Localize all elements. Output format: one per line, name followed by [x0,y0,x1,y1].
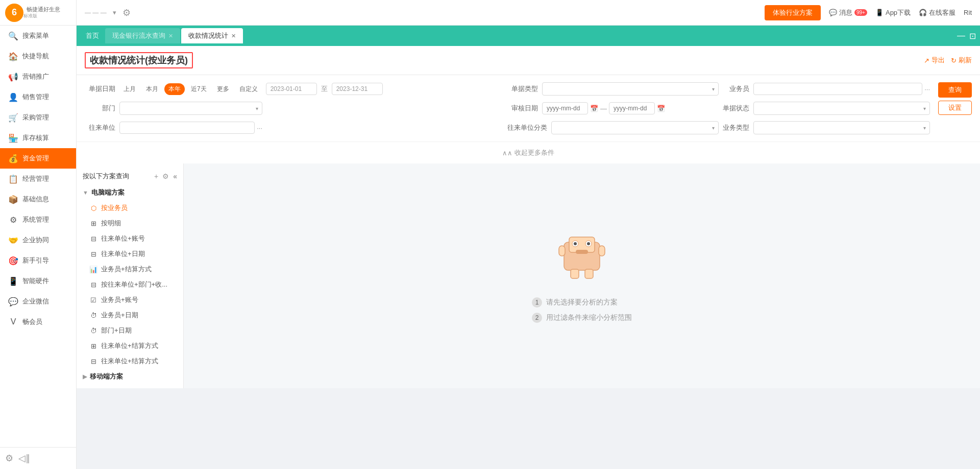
tab-receipt-stats[interactable]: 收款情况统计 ✕ [181,28,243,43]
tab-home[interactable]: 首页 [81,28,104,43]
hardware-icon: 📱 [8,276,18,286]
filter-settings-button[interactable]: 设置 [938,101,972,115]
sidebar-item-search-menu[interactable]: 🔍 搜索菜单 [0,26,76,46]
tab-receipt-stats-close[interactable]: ✕ [231,33,236,39]
tree-item-label-0-9: 往来单位+结算方式 [101,341,158,350]
sidebar-item-inventory[interactable]: 🏪 库存核算 [0,128,76,148]
sidebar-item-marketing[interactable]: 📢 营销推广 [0,66,76,87]
dept-label: 部门 [85,104,115,113]
tree-item-0-2[interactable]: ⊟往来单位+账号 [77,231,183,246]
tab-bank-flow-close[interactable]: ✕ [168,33,173,39]
export-label: 导出 [932,56,945,65]
sidebar-item-guide[interactable]: 🎯 新手引导 [0,250,76,271]
app-download-label: App下载 [886,8,911,17]
review-date-separator: — [600,105,607,112]
sidebar-item-quick-nav[interactable]: 🏠 快捷导航 [0,46,76,66]
online-service-label: 在线客服 [929,8,955,17]
left-panel: 按以下方案查询 + ⚙ « ▼ 电脑端方案 ⬡按业务员⊞按明细⊟往来单位+账号⊟… [77,163,184,388]
export-button[interactable]: ↗ 导出 [924,56,945,65]
sidebar-item-purchase[interactable]: 🛒 采购管理 [0,107,76,128]
collapse-label: 收起更多条件 [514,148,554,157]
sidebar-item-basic-info[interactable]: 📦 基础信息 [0,189,76,209]
collapse-bar: ∧∧ 收起更多条件 [77,142,980,163]
date-label: 单据日期 [85,84,115,93]
tree-item-0-8[interactable]: ⏱部门+日期 [77,323,183,338]
counterpart-category-label: 往来单位分类 [507,123,547,132]
salesperson-input[interactable] [753,83,922,95]
tree-category-arrow-1: ▶ [83,373,87,380]
messages-area[interactable]: 💬 消息 99+ [829,8,867,17]
tree-item-0-6[interactable]: ☑业务员+账号 [77,292,183,308]
business-type-select[interactable] [753,121,930,134]
review-date-from[interactable] [542,102,588,114]
tree-item-0-3[interactable]: ⊟往来单位+日期 [77,246,183,262]
tree-item-label-0-2: 往来单位+账号 [101,234,145,243]
sidebar-item-system[interactable]: ⚙ 系统管理 [0,209,76,230]
date-tab-7days[interactable]: 近7天 [187,83,211,95]
review-date-cal1[interactable]: 📅 [590,105,598,112]
tree-category-1[interactable]: ▶ 移动端方案 [77,369,183,384]
counterpart-input[interactable] [119,122,255,134]
purchase-label: 采购管理 [22,113,49,122]
review-date-cal2[interactable]: 📅 [657,105,665,112]
panel-settings-icon[interactable]: ⚙ [162,172,169,180]
export-icon: ↗ [924,57,929,64]
sidebar-item-wechat[interactable]: 💬 企业微信 [0,291,76,312]
date-tab-this-year[interactable]: 本年 [164,83,185,95]
page-content: 收款情况统计(按业务员) ↗ 导出 ↻ 刷新 [77,46,980,469]
trial-button[interactable]: 体验行业方案 [765,5,821,20]
tab-minimize-button[interactable]: — [957,31,965,40]
tree-item-0-4[interactable]: 📊业务员+结算方式 [77,262,183,277]
sidebar-item-member[interactable]: V 畅会员 [0,312,76,332]
voucher-type-select[interactable] [542,82,719,96]
date-from-input[interactable] [266,83,317,95]
app-download-area[interactable]: 📱 App下载 [875,8,911,17]
salesperson-label: 业务员 [719,84,749,93]
sidebar-item-enterprise[interactable]: 🤝 企业协同 [0,230,76,250]
sidebar-item-sales[interactable]: 👤 销售管理 [0,87,76,107]
tab-maximize-button[interactable]: ⊡ [969,31,976,41]
tree-item-0-1[interactable]: ⊞按明细 [77,216,183,231]
empty-state-area: 1 请先选择要分析的方案 2 用过滤条件来缩小分析范围 [184,163,980,388]
empty-step-1: 1 请先选择要分析的方案 [532,297,632,308]
tab-bank-flow[interactable]: 现金银行流水查询 ✕ [105,28,180,43]
panel-add-icon[interactable]: + [154,172,158,180]
review-date-to[interactable] [609,102,655,114]
date-tab-custom[interactable]: 自定义 [235,83,262,95]
collapse-button[interactable]: ∧∧ 收起更多条件 [502,148,554,157]
counterpart-category-select[interactable] [551,121,719,134]
sidebar-item-hardware[interactable]: 📱 智能硬件 [0,271,76,291]
tree-item-0-5[interactable]: ⊟按往来单位+部门+收... [77,277,183,292]
counterpart-more-icon[interactable]: ··· [257,124,262,132]
date-tab-last-month[interactable]: 上月 [119,83,140,95]
tree-category-0[interactable]: ▼ 电脑端方案 [77,185,183,200]
tree-item-0-9[interactable]: ⊞往来单位+结算方式 [77,338,183,354]
filter-row-2: 部门 ▾ 审核日期 [85,102,930,115]
refresh-button[interactable]: ↻ 刷新 [951,56,972,65]
settings-icon[interactable]: ⚙ [122,7,131,18]
sidebar-item-funds[interactable]: 💰 资金管理 [0,148,76,169]
logo-text-area: 畅捷通好生意 标准版 [23,6,60,19]
date-tab-this-month[interactable]: 本月 [142,83,162,95]
settings-bottom-icon[interactable]: ⚙ [5,453,13,464]
voucher-status-select[interactable] [753,102,930,115]
member-label: 畅会员 [22,317,42,326]
date-to-input[interactable] [332,83,383,95]
panel-collapse-icon[interactable]: « [173,172,177,180]
dept-select[interactable] [119,102,262,115]
svg-rect-8 [599,246,605,256]
collapse-sidebar-icon[interactable]: ◁∥ [18,453,30,464]
tabbar-right: — ⊡ [957,31,976,41]
breadcrumb-chevron[interactable]: ▾ [113,9,116,16]
query-button[interactable]: 查询 [938,82,972,98]
date-tab-more[interactable]: 更多 [213,83,233,95]
topbar: — — — ▾ ⚙ 体验行业方案 💬 消息 99+ 📱 App下载 🎧 在线客服… [77,0,980,26]
salesperson-more-icon[interactable]: ··· [924,85,930,93]
tree-item-icon-0-5: ⊟ [89,280,98,289]
tree-item-0-0[interactable]: ⬡按业务员 [77,200,183,216]
sidebar-item-operations[interactable]: 📋 经营管理 [0,169,76,189]
tree-item-0-10[interactable]: ⊟往来单位+结算方式 [77,354,183,369]
svg-rect-7 [559,246,565,256]
online-service-area[interactable]: 🎧 在线客服 [919,8,955,17]
tree-item-0-7[interactable]: ⏱业务员+日期 [77,308,183,323]
